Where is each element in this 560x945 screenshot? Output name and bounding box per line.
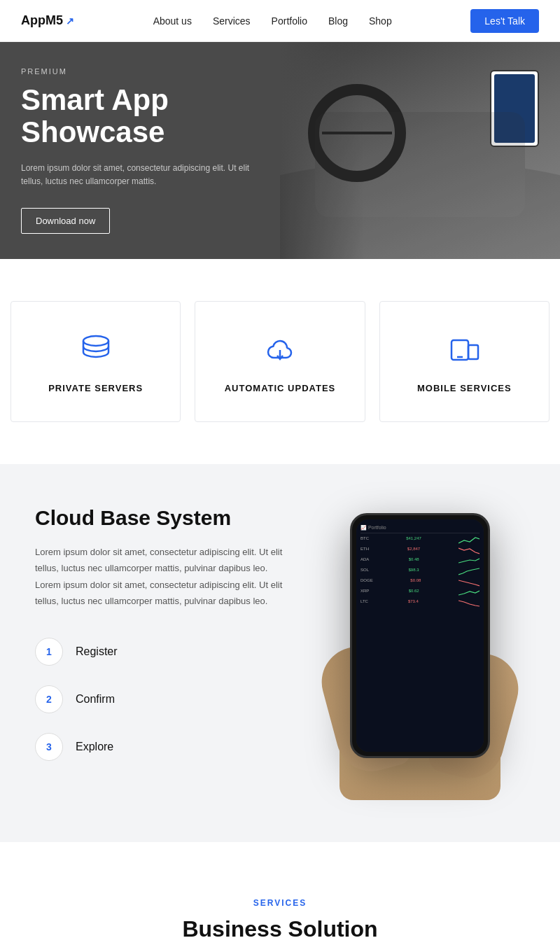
feature-card-mobile-services: MOBILE SERVICES (379, 301, 550, 422)
logo-text: AppM5 (21, 13, 63, 28)
services-title: Business Solution (21, 916, 539, 942)
cloud-download-icon (260, 330, 300, 369)
svg-rect-1 (315, 112, 525, 217)
step-2-label: Confirm (76, 693, 115, 706)
step-2-number: 2 (35, 685, 63, 713)
feature-card-private-servers: PRIVATE SERVERS (10, 301, 181, 422)
cloud-base-section: Cloud Base System Lorem ipsum dolor sit … (0, 464, 560, 842)
feature-card-automatic-updates: AUTOMATIC UPDATES (195, 301, 365, 422)
nav-blog[interactable]: Blog (328, 15, 348, 27)
step-3-number: 3 (35, 733, 63, 761)
nav-portfolio[interactable]: Portfolio (272, 15, 307, 27)
hero-bg-svg (280, 42, 560, 259)
step-2: 2 Confirm (35, 685, 287, 713)
nav-shop[interactable]: Shop (369, 15, 392, 27)
nav-cta-button[interactable]: Les't Talk (470, 9, 539, 33)
navbar: AppM5 ↗ About us Services Portfolio Blog… (0, 0, 560, 42)
nav-services[interactable]: Services (213, 15, 251, 27)
svg-point-2 (83, 336, 108, 346)
svg-rect-5 (468, 345, 478, 359)
hero-premium-label: PREMIUM (21, 67, 259, 76)
step-3-label: Explore (76, 741, 113, 753)
logo-arrow-icon: ↗ (66, 15, 74, 27)
step-1: 1 Register (35, 638, 287, 666)
hero-title: Smart App Showcase (21, 84, 259, 148)
services-section: SERVICES Business Solution Qualitative R… (0, 856, 560, 945)
cloud-description: Lorem ipsum dolor sit amet, consectetur … (35, 544, 287, 610)
step-1-label: Register (76, 645, 118, 658)
cloud-left-content: Cloud Base System Lorem ipsum dolor sit … (35, 506, 287, 780)
feature-private-servers-label: PRIVATE SERVERS (48, 383, 143, 393)
step-1-number: 1 (35, 638, 63, 666)
database-icon (76, 330, 115, 369)
feature-automatic-updates-label: AUTOMATIC UPDATES (225, 383, 336, 393)
devices-icon (444, 330, 484, 369)
cloud-phone-image: 📈 Portfolio BTC $41,247 ETH $2,847 (315, 506, 525, 800)
cloud-title: Cloud Base System (35, 506, 287, 530)
nav-about[interactable]: About us (153, 15, 192, 27)
features-section: PRIVATE SERVERS AUTOMATIC UPDATES MOBILE… (0, 273, 560, 450)
hero-description: Lorem ipsum dolor sit amet, consectetur … (21, 162, 259, 188)
hero-section: PREMIUM Smart App Showcase Lorem ipsum d… (0, 42, 560, 259)
hero-content: PREMIUM Smart App Showcase Lorem ipsum d… (0, 42, 280, 259)
hero-image (280, 42, 560, 259)
step-3: 3 Explore (35, 733, 287, 761)
nav-links: About us Services Portfolio Blog Shop (153, 15, 392, 27)
hero-download-button[interactable]: Download now (21, 208, 110, 234)
feature-mobile-services-label: MOBILE SERVICES (417, 383, 512, 393)
logo: AppM5 ↗ (21, 13, 74, 28)
services-label: SERVICES (21, 898, 539, 908)
